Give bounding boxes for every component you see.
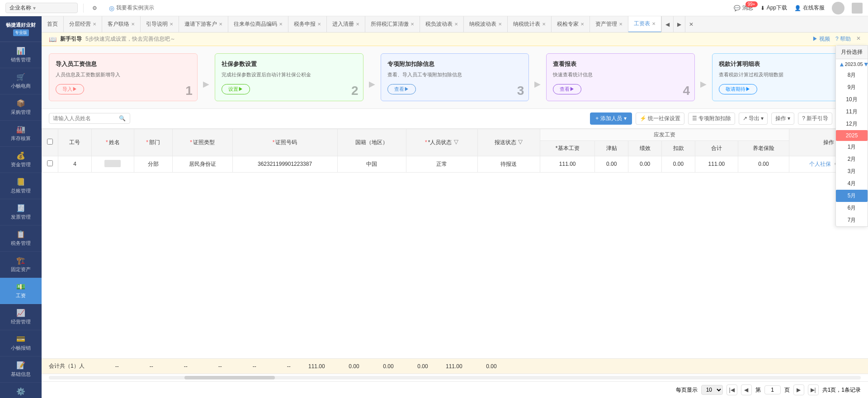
month-12[interactable]: 12月	[836, 118, 868, 130]
social-insurance-button[interactable]: ⚡ 统一社保设置	[636, 112, 684, 125]
page-next-btn[interactable]: ▶	[793, 384, 804, 395]
sidebar-item-inventory[interactable]: 🏭 库存核算	[0, 121, 42, 147]
select-all-checkbox[interactable]	[47, 139, 53, 145]
month-11[interactable]: 11月	[836, 106, 868, 118]
step-5-button[interactable]: 敬请期待▶	[719, 84, 757, 94]
month-1[interactable]: 1月	[836, 141, 868, 153]
tab-close-tax-rebate[interactable]: ✕	[454, 22, 458, 27]
tab-close-tax-expert[interactable]: ✕	[580, 22, 584, 27]
status-filter-icon[interactable]: ▽	[453, 139, 459, 145]
tab-close-hierarchy[interactable]: ✕	[93, 22, 96, 27]
tab-close-asset-mgmt[interactable]: ✕	[619, 22, 623, 27]
guide-video-link[interactable]: ▶ 视频	[812, 35, 830, 43]
search-input[interactable]	[53, 115, 116, 122]
month-7[interactable]: 7月	[836, 214, 868, 226]
sidebar-item-ecommerce[interactable]: 🛒 小畅电商	[0, 68, 42, 94]
tab-tax-rebate[interactable]: 税负波动表 ✕	[420, 16, 464, 33]
step-1-button[interactable]: 导入▶	[56, 84, 84, 94]
tab-nav-close-all[interactable]: ✕	[685, 16, 697, 33]
tab-tax-stats3[interactable]: 纳税统计表 ✕	[508, 16, 552, 33]
export-button[interactable]: ↗ 导出 ▾	[739, 112, 768, 125]
tab-nav-next[interactable]: ▶	[673, 16, 685, 33]
sidebar-item-operations[interactable]: 📈 经营管理	[0, 304, 42, 330]
month-nav-down[interactable]: ▼	[863, 61, 868, 68]
sidebar-item-basic[interactable]: 📝 基础信息	[0, 356, 42, 383]
sidebar-item-ledger[interactable]: 📒 总账管理	[0, 173, 42, 199]
company-selector[interactable]: 企业名称 ▾	[5, 3, 78, 13]
newbie-guide-button[interactable]: ? 新手引导	[798, 112, 832, 125]
sidebar-item-invoice[interactable]: 🧾 发票管理	[0, 199, 42, 225]
app-download-button[interactable]: ⬇ App下载	[760, 4, 787, 12]
guide-help-link[interactable]: ? 帮助	[835, 35, 851, 43]
month-2[interactable]: 2月	[836, 153, 868, 165]
step-2-button[interactable]: 设置▶	[222, 84, 250, 94]
tab-payroll[interactable]: 工资表 ✕	[628, 16, 661, 33]
row-op-social[interactable]: 个人社保	[809, 161, 831, 167]
sidebar-item-finance[interactable]: 💰 资金管理	[0, 147, 42, 173]
demo-link[interactable]: ◎ 我要看实例演示	[109, 4, 154, 12]
tab-close-tax-report[interactable]: ✕	[317, 22, 321, 27]
tab-tax-expert[interactable]: 税检专家 ✕	[552, 16, 590, 33]
online-service-button[interactable]: 👤 在线客服	[794, 4, 825, 12]
tab-close-customer[interactable]: ✕	[131, 22, 135, 27]
report-filter-icon[interactable]: ▽	[518, 139, 523, 145]
tab-home[interactable]: 首页	[42, 16, 64, 33]
page-input[interactable]	[764, 385, 781, 394]
sidebar-item-purchase[interactable]: 📦 采购管理	[0, 94, 42, 121]
tab-tax-stats2[interactable]: 纳税波动表 ✕	[464, 16, 508, 33]
user-avatar[interactable]	[832, 2, 844, 14]
tab-hierarchy[interactable]: 分层经营 ✕	[64, 16, 102, 33]
tab-tax-calc[interactable]: 所得税汇算清缴 ✕	[365, 16, 420, 33]
sidebar-item-system[interactable]: ⚙️ 系统管理	[0, 383, 42, 398]
month-3[interactable]: 3月	[836, 165, 868, 178]
user-menu[interactable]	[852, 3, 863, 14]
tab-close-guide[interactable]: ✕	[170, 22, 173, 27]
sidebar-item-payroll[interactable]: 💵 工资	[0, 278, 42, 304]
tab-close-tax-stats2[interactable]: ✕	[498, 22, 502, 27]
tab-close-unit-code[interactable]: ✕	[279, 22, 283, 27]
step-4-button[interactable]: 查看▶	[553, 84, 581, 94]
tab-unit-code[interactable]: 往来单位商品编码 ✕	[228, 16, 288, 33]
add-person-button[interactable]: + 添加人员 ▾	[590, 112, 632, 125]
th-base: *基本工资	[540, 140, 595, 156]
sidebar-item-marketing[interactable]: 💳 小畅报销	[0, 330, 42, 356]
month-8[interactable]: 8月	[836, 69, 868, 81]
sidebar-item-sales[interactable]: 📊 销售管理	[0, 42, 42, 68]
page-first-btn[interactable]: |◀	[726, 384, 737, 395]
scroll-track[interactable]	[49, 376, 861, 379]
tab-close-payroll[interactable]: ✕	[652, 21, 656, 26]
page-prev-btn[interactable]: ◀	[741, 384, 752, 395]
settings-icon[interactable]: ⚙	[89, 3, 100, 14]
tab-close-invite[interactable]: ✕	[219, 22, 222, 27]
search-icon[interactable]: 🔍	[119, 115, 126, 122]
message-button[interactable]: 💬 消息 99+	[734, 4, 753, 12]
month-year-2025[interactable]: 2025	[836, 130, 868, 141]
operations-button[interactable]: 操作 ▾	[771, 112, 794, 125]
tab-close-clearance[interactable]: ✕	[356, 22, 359, 27]
sidebar-item-assets[interactable]: 🏗️ 固定资产	[0, 252, 42, 278]
tab-customer[interactable]: 客户联络 ✕	[102, 16, 141, 33]
page-last-btn[interactable]: ▶|	[808, 384, 819, 395]
month-6[interactable]: 6月	[836, 202, 868, 214]
month-9[interactable]: 9月	[836, 81, 868, 94]
sidebar-item-tax[interactable]: 📋 税务管理	[0, 225, 42, 252]
month-5[interactable]: 5月	[836, 190, 868, 202]
tab-close-tax-stats3[interactable]: ✕	[542, 22, 546, 27]
scroll-thumb[interactable]	[184, 376, 275, 379]
tab-nav-prev[interactable]: ◀	[661, 16, 673, 33]
tab-clearance[interactable]: 进入清册 ✕	[327, 16, 365, 33]
page-size-select[interactable]: 10 20 50	[701, 385, 723, 395]
month-10[interactable]: 10月	[836, 94, 868, 106]
row-checkbox[interactable]	[47, 160, 53, 166]
tab-close-tax-calc[interactable]: ✕	[410, 22, 414, 27]
special-deduction-button[interactable]: ☰ 专项附加扣除	[688, 112, 735, 125]
tab-asset-mgmt[interactable]: 资产管理 ✕	[590, 16, 628, 33]
step-3-button[interactable]: 查看▶	[387, 84, 416, 94]
tab-guide[interactable]: 引导说明 ✕	[141, 16, 179, 33]
month-4[interactable]: 4月	[836, 178, 868, 190]
tab-invite[interactable]: 邀请下游客户 ✕	[179, 16, 228, 33]
tab-tax-report[interactable]: 税务申报 ✕	[288, 16, 327, 33]
guide-close-icon[interactable]: ✕	[856, 35, 861, 43]
step-4-num: 4	[683, 84, 690, 98]
month-nav-up[interactable]: ▲	[839, 61, 845, 68]
